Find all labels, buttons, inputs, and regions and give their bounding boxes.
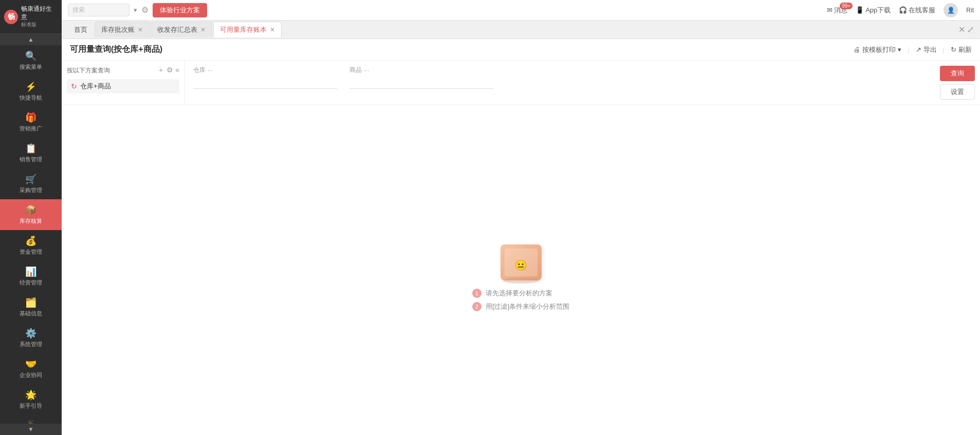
sidebar-scroll-down[interactable]: ▼ [0, 424, 62, 435]
search-icon: 🔍 [25, 50, 36, 62]
sidebar-item-basic[interactable]: 🗂️ 基础信息 [0, 292, 62, 323]
tab-close-deposit-summary[interactable]: ✕ [200, 26, 206, 33]
sidebar-item-sales[interactable]: 📋 销售管理 [0, 138, 62, 168]
query-button[interactable]: 查询 [940, 66, 975, 81]
add-scheme-button[interactable]: ＋ [157, 66, 164, 75]
content-area: 可用量查询(按仓库+商品) 🖨 按模板打印 ▾ | ↗ 导出 | ↻ 刷新 [62, 39, 980, 435]
available-ledger-tab-label: 可用量库存账本 [220, 25, 267, 34]
app-logo-icon: 畅 [4, 10, 18, 24]
topbar-right: ✉ 消息 99+ 📱 App下载 🎧 在线客服 👤 Rit [827, 3, 974, 17]
service-label: 在线客服 [909, 6, 935, 15]
tab-deposit-summary[interactable]: 收发存汇总表 ✕ [151, 22, 212, 37]
sidebar-item-operation[interactable]: 📊 经营管理 [0, 261, 62, 292]
refresh-icon: ↻ [951, 46, 956, 53]
cart-icon: 🛒 [25, 174, 36, 185]
printer-icon: 🖨 [854, 46, 860, 53]
sidebar-item-label: 企业协同 [20, 371, 42, 379]
sidebar-item-label: 基础信息 [20, 310, 42, 317]
filter-area: 按以下方案查询 ＋ ⚙ « ↻ 仓库+商品 仓库 ··· [62, 61, 980, 105]
sidebar-item-purchase[interactable]: 🛒 采购管理 [0, 168, 62, 199]
filter-settings-button[interactable]: 设置 [940, 84, 975, 100]
message-button[interactable]: ✉ 消息 99+ [827, 6, 847, 15]
tip-text-2: 用[过滤]条件来缩小分析范围 [486, 302, 569, 311]
product-field-label: 商品 ··· [349, 66, 493, 74]
scheme-item-label: 仓库+商品 [80, 82, 111, 91]
gear-icon: ⚙️ [25, 328, 36, 339]
user-avatar[interactable]: 👤 [944, 3, 958, 17]
tip-number-2: 2 [472, 302, 482, 311]
filter-actions: 查询 设置 [935, 61, 980, 105]
collapse-schemes-button[interactable]: « [175, 66, 179, 75]
empty-tips: 1 请先选择要分析的方案 2 用[过滤]条件来缩小分析范围 [472, 289, 569, 311]
template-print-label: 按模板打印 [862, 45, 896, 54]
refresh-label: 刷新 [958, 45, 972, 54]
warehouse-label-text: 仓库 [193, 66, 206, 74]
sidebar-item-enterprise[interactable]: 🤝 企业协同 [0, 353, 62, 384]
empty-illustration: 😐 [495, 229, 547, 280]
product-label-text: 商品 [349, 66, 362, 74]
empty-face-icon: 😐 [510, 254, 532, 276]
sidebar-item-label: 新手引导 [20, 402, 42, 410]
sidebar-item-system[interactable]: ⚙️ 系统管理 [0, 323, 62, 353]
sidebar-item-inventory[interactable]: 📦 库存核算 [0, 199, 62, 230]
money-icon: 💰 [25, 235, 36, 247]
dropdown-icon[interactable]: ▾ [134, 6, 137, 14]
scheme-icon: ↻ [71, 82, 77, 90]
tab-home[interactable]: 首页 [68, 22, 94, 37]
warehouse-input[interactable] [193, 77, 337, 89]
export-button[interactable]: ↗ 导出 [916, 45, 937, 54]
settings-icon[interactable]: ⚙ [141, 5, 149, 15]
sidebar-logo: 畅 畅康通好生意 标准版 [0, 0, 62, 34]
sidebar-item-label: 采购管理 [20, 186, 42, 194]
tab-close-available-ledger[interactable]: ✕ [270, 26, 275, 33]
message-icon: ✉ [827, 6, 833, 14]
filter-schemes-panel: 按以下方案查询 ＋ ⚙ « ↻ 仓库+商品 [62, 61, 185, 105]
sidebar-item-label: 库存核算 [20, 217, 42, 225]
page-header: 可用量查询(按仓库+商品) 🖨 按模板打印 ▾ | ↗ 导出 | ↻ 刷新 [62, 39, 980, 61]
app-label: App下载 [865, 6, 891, 15]
tab-available-ledger[interactable]: 可用量库存账本 ✕ [213, 22, 282, 37]
box-icon: 📦 [25, 204, 36, 216]
empty-shadow [503, 277, 539, 283]
chart-icon: 📊 [25, 266, 36, 277]
expand-tab-icon[interactable]: ⤢ [967, 25, 974, 34]
gift-icon: 🎁 [25, 112, 36, 123]
home-tab-label: 首页 [74, 25, 87, 34]
sidebar-scroll-up[interactable]: ▲ [0, 34, 62, 45]
sidebar-item-finance[interactable]: 💰 资金管理 [0, 230, 62, 261]
empty-state: 😐 1 请先选择要分析的方案 2 用[过滤]条件来缩小分析范围 [62, 105, 980, 435]
sidebar-item-appcenter[interactable]: 📱 应用中心 [0, 415, 62, 424]
app-icon: 📱 [856, 6, 864, 14]
search-box[interactable]: 搜索 [68, 4, 130, 16]
dropdown-chevron-icon: ▾ [898, 46, 901, 53]
industry-solution-button[interactable]: 体验行业方案 [153, 3, 207, 17]
sidebar-item-newbie[interactable]: 🌟 新手引导 [0, 384, 62, 415]
deposit-summary-tab-label: 收发存汇总表 [157, 25, 197, 34]
sidebar-item-marketing[interactable]: 🎁 营销推广 [0, 107, 62, 138]
close-all-tabs-icon[interactable]: ✕ [958, 25, 965, 34]
refresh-button[interactable]: ↻ 刷新 [951, 45, 972, 54]
handshake-icon: 🤝 [25, 358, 36, 370]
sidebar-item-shortcut[interactable]: ⚡ 快捷导航 [0, 76, 62, 107]
product-filter-field: 商品 ··· [349, 66, 493, 89]
scheme-warehouse-product[interactable]: ↻ 仓库+商品 [67, 79, 179, 93]
edit-scheme-button[interactable]: ⚙ [167, 66, 173, 75]
topbar: 搜索 ▾ ⚙ 体验行业方案 ✉ 消息 99+ 📱 App下载 🎧 在线客服 👤 … [62, 0, 980, 21]
product-more-icon[interactable]: ··· [364, 67, 369, 74]
export-label: 导出 [923, 45, 937, 54]
tab-batch-ledger[interactable]: 库存批次账 ✕ [95, 22, 150, 37]
schemes-header-label: 按以下方案查询 [67, 66, 110, 75]
tabbar: 首页 库存批次账 ✕ 收发存汇总表 ✕ 可用量库存账本 ✕ ✕ ⤢ [62, 21, 980, 39]
app-download-button[interactable]: 📱 App下载 [856, 6, 891, 15]
warehouse-more-icon[interactable]: ··· [208, 67, 213, 74]
empty-tip-1: 1 请先选择要分析的方案 [472, 289, 569, 298]
sidebar-item-search[interactable]: 🔍 搜索菜单 [0, 45, 62, 76]
tab-close-batch-ledger[interactable]: ✕ [138, 26, 143, 33]
template-print-button[interactable]: 🖨 按模板打印 ▾ [854, 45, 901, 54]
star-icon: 🌟 [25, 389, 36, 401]
sidebar-item-label: 搜索菜单 [20, 63, 42, 71]
username-label[interactable]: Rit [966, 7, 974, 14]
product-input[interactable] [349, 77, 493, 89]
page-header-actions: 🖨 按模板打印 ▾ | ↗ 导出 | ↻ 刷新 [854, 45, 972, 54]
online-service-button[interactable]: 🎧 在线客服 [899, 6, 935, 15]
